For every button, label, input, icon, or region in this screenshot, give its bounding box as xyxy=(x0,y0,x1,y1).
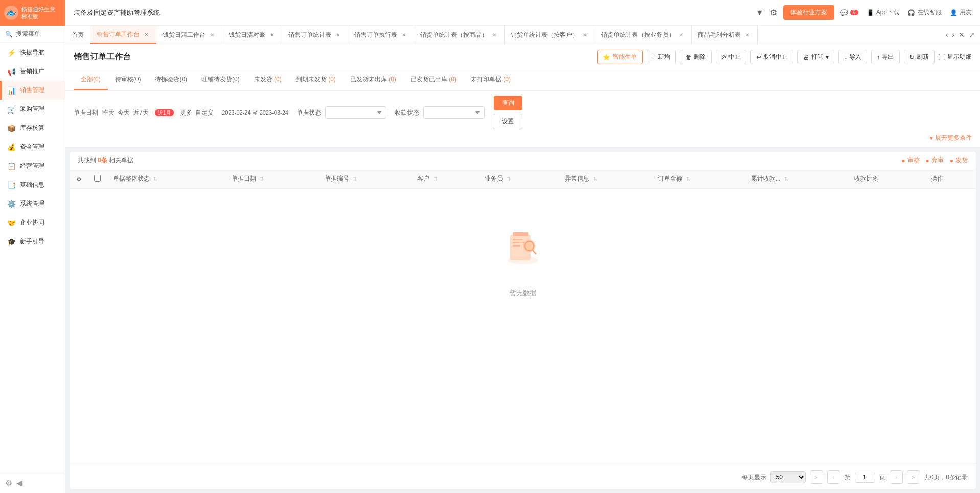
refresh-button[interactable]: ↻ 刷新 xyxy=(904,50,935,64)
sidebar-item-sales[interactable]: 📊 销售管理 xyxy=(0,81,65,100)
tab-sales-summary-product[interactable]: 销货单统计表（按商品） ✕ xyxy=(414,26,505,44)
tab-close-cash-reconcile[interactable]: ✕ xyxy=(268,31,276,38)
cancel-stop-button[interactable]: ↩ 取消中止 xyxy=(750,50,793,64)
online-service-btn[interactable]: 🎧 在线客服 xyxy=(907,8,942,17)
sidebar-item-basic-info[interactable]: 📑 基础信息 xyxy=(0,175,65,194)
show-detail-checkbox[interactable]: 显示明细 xyxy=(939,53,972,61)
top-header: 装备及固定资产辅助管理系统 ▼ ⚙ 体验行业方案 💬 6 📱 App下载 🎧 在… xyxy=(65,0,980,26)
tab-close-sales-workbench[interactable]: ✕ xyxy=(143,31,150,38)
tab-sales-summary-customer[interactable]: 销货单统计表（按客户） ✕ xyxy=(505,26,595,44)
subtab-pending-review[interactable]: 待审核(0) xyxy=(108,70,148,90)
tab-close-sales-stats[interactable]: ✕ xyxy=(334,31,341,38)
sort-amount-icon[interactable]: ⇅ xyxy=(686,176,690,182)
select-all-checkbox[interactable] xyxy=(94,175,101,182)
sort-received-icon[interactable]: ⇅ xyxy=(784,176,788,182)
tab-sales-exec[interactable]: 销售订单执行表 ✕ xyxy=(348,26,414,44)
collapse-icon[interactable]: ◀ xyxy=(16,478,22,488)
payment-select[interactable] xyxy=(423,106,485,119)
download-icon: 📱 xyxy=(867,9,874,16)
date-opt-1month[interactable]: 近1月 xyxy=(152,108,177,118)
header-config-icon[interactable]: ⚙ xyxy=(770,8,777,17)
tab-cash-reconcile[interactable]: 钱货日清对账 ✕ xyxy=(222,26,282,44)
tab-close-product[interactable]: ✕ xyxy=(491,31,498,38)
sort-status-icon[interactable]: ⇅ xyxy=(153,176,157,182)
date-opt-7days[interactable]: 近7天 xyxy=(133,108,149,117)
col-settings-icon[interactable]: ⚙ xyxy=(76,175,82,183)
tab-close-staff[interactable]: ✕ xyxy=(678,31,685,38)
tab-prev-btn[interactable]: ‹ xyxy=(945,30,949,40)
print-button[interactable]: 🖨 打印 ▾ xyxy=(797,50,834,64)
message-btn[interactable]: 💬 6 xyxy=(840,9,858,16)
subtab-overdue[interactable]: 到期未发货 (0) xyxy=(289,70,343,90)
header-settings-icon[interactable]: ▼ xyxy=(756,8,764,17)
sort-number-icon[interactable]: ⇅ xyxy=(353,176,357,182)
date-opt-custom[interactable]: 自定义 xyxy=(195,108,214,117)
empty-text: 暂无数据 xyxy=(510,288,536,298)
subtab-not-printed[interactable]: 未打印单据 (0) xyxy=(464,70,518,90)
status-select[interactable] xyxy=(325,106,386,119)
per-page-select[interactable]: 50 10 20 100 xyxy=(770,471,806,483)
query-button[interactable]: 查询 xyxy=(494,96,522,110)
experience-button[interactable]: 体验行业方案 xyxy=(783,5,834,20)
user-btn[interactable]: 👤 用友 xyxy=(950,8,972,17)
sort-staff-icon[interactable]: ⇅ xyxy=(507,176,511,182)
import-button[interactable]: ↓ 导入 xyxy=(838,50,867,64)
date-opt-yesterday[interactable]: 昨天 xyxy=(102,108,115,117)
page-input[interactable]: 1 xyxy=(855,472,875,483)
tab-sales-workbench[interactable]: 销售订单工作台 ✕ xyxy=(90,26,156,44)
date-opt-today[interactable]: 今天 xyxy=(118,108,130,117)
subtab-wangpu[interactable]: 旺铺待发货(0) xyxy=(194,70,247,90)
subtab-shipped-warehoused[interactable]: 已发货已出库 (0) xyxy=(403,70,464,90)
expand-filter-btn[interactable]: ▾ 展开更多条件 xyxy=(930,133,972,142)
last-page-btn[interactable]: » xyxy=(907,470,920,484)
sort-customer-icon[interactable]: ⇅ xyxy=(434,176,438,182)
search-menu[interactable]: 🔍 搜索菜单 xyxy=(0,26,65,43)
first-page-btn[interactable]: « xyxy=(810,470,823,484)
sidebar-item-operations[interactable]: 📋 经营管理 xyxy=(0,156,65,175)
print-dropdown-icon: ▾ xyxy=(826,54,829,61)
tab-close-sales-exec[interactable]: ✕ xyxy=(400,31,407,38)
svg-rect-5 xyxy=(513,245,520,246)
audit-action-btn[interactable]: ● 审核 xyxy=(901,156,919,165)
sidebar-item-system[interactable]: ⚙️ 系统管理 xyxy=(0,194,65,213)
settings-bottom-icon[interactable]: ⚙ xyxy=(5,478,12,488)
next-page-btn[interactable]: › xyxy=(890,470,903,484)
sidebar-item-finance[interactable]: 💰 资金管理 xyxy=(0,138,65,156)
subtab-shipped-not-warehoused[interactable]: 已发货未出库 (0) xyxy=(343,70,403,90)
tab-next-btn[interactable]: › xyxy=(951,30,955,40)
sort-date-icon[interactable]: ⇅ xyxy=(260,176,264,182)
delete-button[interactable]: 🗑 删除 xyxy=(680,50,712,64)
export-button[interactable]: ↑ 导出 xyxy=(871,50,900,64)
tab-close-all-btn[interactable]: ✕ xyxy=(958,30,966,40)
subtab-all[interactable]: 全部(0) xyxy=(74,70,108,90)
revoke-action-btn[interactable]: ● 弃审 xyxy=(926,156,944,165)
tab-sales-stats[interactable]: 销售订单统计表 ✕ xyxy=(282,26,348,44)
subtab-pending-inspect[interactable]: 待拣验货(0) xyxy=(148,70,194,90)
subtab-not-shipped[interactable]: 未发货 (0) xyxy=(247,70,289,90)
stop-button[interactable]: ⊘ 中止 xyxy=(716,50,746,64)
sort-abnormal-icon[interactable]: ⇅ xyxy=(593,176,597,182)
smart-create-button[interactable]: ⭐ 智能生单 xyxy=(597,50,643,64)
tab-sales-summary-staff[interactable]: 销货单统计表（按业务员） ✕ xyxy=(595,26,692,44)
sidebar-item-inventory[interactable]: 📦 库存核算 xyxy=(0,119,65,138)
sidebar-item-guide[interactable]: 🎓 新手引导 xyxy=(0,232,65,251)
add-button[interactable]: + 新增 xyxy=(647,50,676,64)
sidebar-item-purchase[interactable]: 🛒 采购管理 xyxy=(0,100,65,119)
tab-close-customer[interactable]: ✕ xyxy=(581,31,588,38)
sidebar-item-enterprise[interactable]: 🤝 企业协同 xyxy=(0,213,65,232)
tab-close-gross-profit[interactable]: ✕ xyxy=(744,31,751,38)
tab-home[interactable]: 首页 xyxy=(65,26,90,44)
date-opt-more[interactable]: 更多 xyxy=(180,108,192,117)
tab-maximize-btn[interactable]: ⤢ xyxy=(968,30,976,40)
tab-close-cash-daily[interactable]: ✕ xyxy=(209,31,216,38)
month-badge: 近1月 xyxy=(155,109,174,116)
sidebar-item-quick-nav[interactable]: ⚡ 快捷导航 xyxy=(0,43,65,62)
set-button[interactable]: 设置 xyxy=(493,114,522,129)
sidebar-item-marketing[interactable]: 📢 营销推广 xyxy=(0,62,65,81)
show-detail-input[interactable] xyxy=(939,54,945,60)
prev-page-btn[interactable]: ‹ xyxy=(827,470,840,484)
ship-action-btn[interactable]: ● 发货 xyxy=(950,156,968,165)
app-download-btn[interactable]: 📱 App下载 xyxy=(867,8,899,17)
tab-gross-profit[interactable]: 商品毛利分析表 ✕ xyxy=(692,26,758,44)
tab-cash-daily[interactable]: 钱货日清工作台 ✕ xyxy=(156,26,222,44)
